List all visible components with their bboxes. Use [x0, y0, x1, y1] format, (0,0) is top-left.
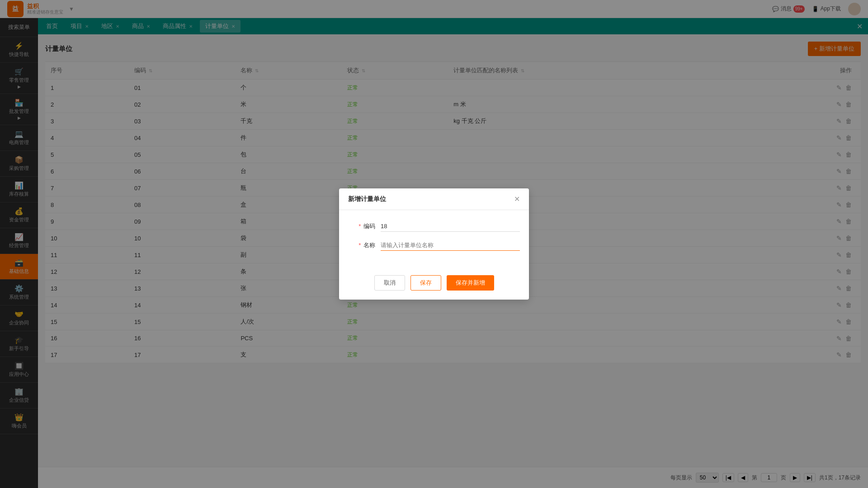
modal-close-btn[interactable]: ✕ [514, 195, 520, 203]
modal-header: 新增计量单位 ✕ [339, 188, 529, 210]
name-input[interactable] [381, 240, 520, 251]
cancel-button[interactable]: 取消 [374, 275, 405, 291]
required-mark: * [359, 223, 361, 230]
add-unit-modal: 新增计量单位 ✕ * 编码 * 名称 取消 保存 保存并新增 [339, 188, 529, 300]
modal-footer: 取消 保存 保存并新增 [339, 270, 529, 300]
save-and-new-button[interactable]: 保存并新增 [447, 275, 494, 291]
form-row-name: * 名称 [348, 240, 520, 251]
name-label: * 名称 [348, 241, 375, 249]
required-mark2: * [359, 242, 361, 249]
code-input[interactable] [381, 221, 520, 232]
code-label: * 编码 [348, 222, 375, 230]
form-row-code: * 编码 [348, 221, 520, 232]
save-button[interactable]: 保存 [410, 275, 441, 291]
modal-title: 新增计量单位 [348, 195, 386, 203]
modal-overlay[interactable]: 新增计量单位 ✕ * 编码 * 名称 取消 保存 保存并新增 [0, 0, 868, 488]
modal-body: * 编码 * 名称 [339, 210, 529, 270]
